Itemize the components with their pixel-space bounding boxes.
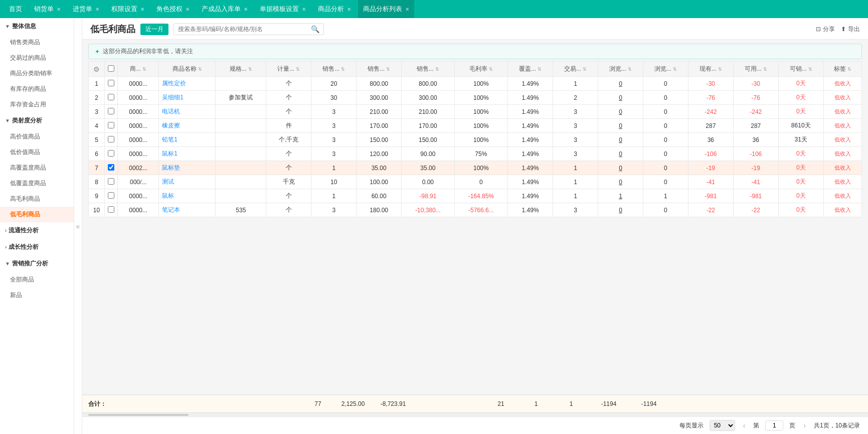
nav-sales-order-close[interactable]: ✕ <box>57 7 61 12</box>
col-stock-saleable[interactable]: 可销... ⇅ <box>778 62 823 77</box>
view1-link[interactable]: 0 <box>619 136 622 143</box>
view1-link[interactable]: 0 <box>619 151 622 158</box>
cell-view1[interactable]: 0 <box>598 91 643 105</box>
page-size-select[interactable]: 50 10 20 100 <box>710 420 735 431</box>
row-checkbox[interactable] <box>108 192 114 199</box>
search-icon[interactable]: 🔍 <box>311 25 319 33</box>
cell-name[interactable]: 吴细细1 <box>159 91 216 105</box>
sidebar-item-sales-goods[interactable]: 销售类商品 <box>0 35 74 50</box>
row-checkbox[interactable] <box>108 164 114 171</box>
sidebar-item-low-value[interactable]: 低价值商品 <box>0 144 74 160</box>
cell-view1[interactable]: 0 <box>598 77 643 91</box>
cell-checkbox[interactable] <box>105 147 118 161</box>
sidebar-item-category-rate[interactable]: 商品分类助销率 <box>0 66 74 81</box>
cell-checkbox[interactable] <box>105 189 118 203</box>
cell-view1[interactable]: 0 <box>598 161 643 175</box>
col-coverage[interactable]: 覆盖... ⇅ <box>508 62 553 77</box>
view1-link[interactable]: 0 <box>619 80 622 87</box>
cell-name[interactable]: 铅笔1 <box>159 133 216 147</box>
prev-page-button[interactable]: ‹ <box>741 421 748 429</box>
cell-name[interactable]: 橡皮擦 <box>159 119 216 133</box>
cell-name[interactable]: 电话机 <box>159 105 216 119</box>
cell-checkbox[interactable] <box>105 105 118 119</box>
col-sales-profit[interactable]: 销售... ⇅ <box>402 62 454 77</box>
row-checkbox[interactable] <box>108 94 114 100</box>
view1-link[interactable]: 0 <box>619 108 622 115</box>
cell-name[interactable]: 鼠标垫 <box>159 161 216 175</box>
nav-goods-analysis-close[interactable]: ✕ <box>347 7 351 12</box>
nav-permission-settings[interactable]: 权限设置 ✕ <box>106 0 149 18</box>
row-checkbox[interactable] <box>108 122 114 128</box>
nav-permission-settings-close[interactable]: ✕ <box>140 7 144 12</box>
cell-name[interactable]: 测试 <box>159 175 216 189</box>
col-tag[interactable]: 标签 ⇅ <box>823 62 861 77</box>
sidebar-collapse-button[interactable]: « <box>74 18 82 434</box>
view1-link[interactable]: 0 <box>619 207 622 214</box>
nav-goods-analysis[interactable]: 商品分析 ✕ <box>313 0 356 18</box>
view1-link[interactable]: 0 <box>619 94 622 101</box>
col-checkbox[interactable] <box>105 62 118 77</box>
view1-link[interactable]: 0 <box>619 165 622 172</box>
sidebar-item-traded-goods[interactable]: 交易过的商品 <box>0 50 74 66</box>
row-checkbox[interactable] <box>108 178 114 185</box>
date-filter-button[interactable]: 近一月 <box>140 24 168 35</box>
sidebar-group-overall[interactable]: ▼ 整体信息 <box>0 18 74 35</box>
row-checkbox[interactable] <box>108 150 114 157</box>
nav-purchase-order[interactable]: 进货单 ✕ <box>68 0 104 18</box>
col-transaction[interactable]: 交易... ⇅ <box>553 62 598 77</box>
nav-purchase-order-close[interactable]: ✕ <box>95 7 99 12</box>
col-view1[interactable]: 浏览... ⇅ <box>598 62 643 77</box>
cell-checkbox[interactable] <box>105 161 118 175</box>
sidebar-item-high-value[interactable]: 高价值商品 <box>0 129 74 144</box>
cell-checkbox[interactable] <box>105 77 118 91</box>
col-spec[interactable]: 规格... ⇅ <box>216 62 266 77</box>
col-name[interactable]: 商品名称 ⇅ <box>159 62 216 77</box>
settings-icon[interactable]: ⚙ <box>93 65 100 73</box>
cell-view1[interactable]: 0 <box>598 175 643 189</box>
cell-checkbox[interactable] <box>105 119 118 133</box>
nav-home[interactable]: 首页 <box>4 0 27 18</box>
col-stock-available[interactable]: 可用... ⇅ <box>733 62 778 77</box>
cell-view1[interactable]: 0 <box>598 147 643 161</box>
cell-view1[interactable]: 0 <box>598 119 643 133</box>
view1-link[interactable]: 0 <box>619 179 622 186</box>
cell-checkbox[interactable] <box>105 133 118 147</box>
sidebar-item-low-coverage[interactable]: 低覆盖度商品 <box>0 176 74 191</box>
col-stock-current[interactable]: 现有... ⇅ <box>688 62 733 77</box>
nav-role-auth[interactable]: 角色授权 ✕ <box>151 0 195 18</box>
nav-template-settings[interactable]: 单据模板设置 ✕ <box>255 0 311 18</box>
sidebar-item-stock-capital[interactable]: 库存资金占用 <box>0 97 74 112</box>
nav-goods-analysis-list-close[interactable]: ✕ <box>405 7 409 12</box>
sidebar-group-class-analysis[interactable]: ▼ 类射度分析 <box>0 112 74 129</box>
row-checkbox[interactable] <box>108 108 114 114</box>
col-view2[interactable]: 浏览... ⇅ <box>643 62 688 77</box>
nav-sales-order[interactable]: 销货单 ✕ <box>29 0 66 18</box>
cell-view1[interactable]: 0 <box>598 203 643 217</box>
view1-link[interactable]: 1 <box>619 193 622 200</box>
nav-product-storage-close[interactable]: ✕ <box>244 7 248 12</box>
row-checkbox[interactable] <box>108 206 114 213</box>
share-button[interactable]: ⊡ 分享 <box>816 25 835 34</box>
row-checkbox[interactable] <box>108 136 114 142</box>
next-page-button[interactable]: › <box>801 421 808 429</box>
col-unit[interactable]: 计量... ⇅ <box>266 62 311 77</box>
sidebar-item-stock-goods[interactable]: 有库存的商品 <box>0 81 74 97</box>
cell-checkbox[interactable] <box>105 203 118 217</box>
cell-view1[interactable]: 0 <box>598 105 643 119</box>
cell-name[interactable]: 鼠标1 <box>159 147 216 161</box>
cell-view1[interactable]: 1 <box>598 189 643 203</box>
search-input[interactable] <box>178 26 308 33</box>
select-all-checkbox[interactable] <box>108 65 114 72</box>
nav-goods-analysis-list[interactable]: 商品分析列表 ✕ <box>358 0 414 18</box>
sidebar-group-growth[interactable]: › 成长性分析 <box>0 239 74 255</box>
nav-product-storage[interactable]: 产成品入库单 ✕ <box>197 0 253 18</box>
row-checkbox[interactable] <box>108 80 114 86</box>
col-sales-price[interactable]: 销售... ⇅ <box>357 62 402 77</box>
col-sales-qty[interactable]: 销售... ⇅ <box>311 62 357 77</box>
sidebar-group-marketing[interactable]: ▼ 营销推广分析 <box>0 255 74 272</box>
cell-view1[interactable]: 0 <box>598 133 643 147</box>
nav-template-settings-close[interactable]: ✕ <box>302 7 306 12</box>
nav-role-auth-close[interactable]: ✕ <box>186 7 190 12</box>
sidebar-item-all-goods[interactable]: 全部商品 <box>0 272 74 287</box>
sidebar-item-high-margin[interactable]: 高毛利商品 <box>0 191 74 207</box>
